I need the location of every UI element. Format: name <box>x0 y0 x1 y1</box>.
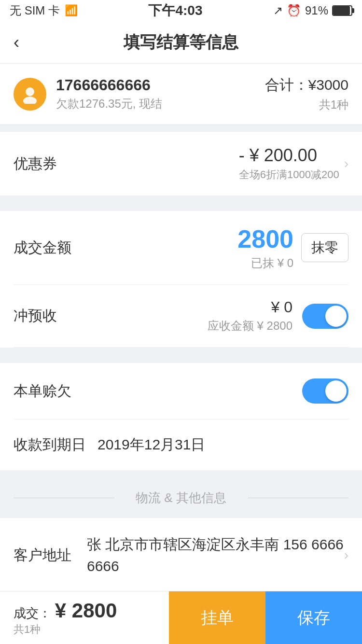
logistics-separator: 物流 & 其他信息 <box>0 478 362 518</box>
wifi-icon: 📶 <box>65 4 78 17</box>
customer-count: 共1种 <box>265 97 348 112</box>
duedate-row: 收款到期日 2019年12月31日 <box>14 419 348 470</box>
customer-info: 17666666666 欠款1276.35元, 现结 <box>56 76 162 112</box>
bottom-bar: 成交： ¥ 2800 共1种 挂单 保存 <box>0 591 362 644</box>
customer-desc: 欠款1276.35元, 现结 <box>56 96 162 112</box>
address-value: 张 北京市市辖区海淀区永丰南 156 6666 6666 <box>87 533 344 577</box>
avatar <box>14 78 46 111</box>
logistics-text: 物流 & 其他信息 <box>136 490 226 506</box>
prepay-right: ¥ 0 应收金额 ¥ 2800 <box>208 298 348 334</box>
address-row[interactable]: 客户地址 张 北京市市辖区海淀区永丰南 156 6666 6666 › <box>14 518 348 592</box>
svg-point-1 <box>23 97 37 104</box>
section-separator <box>0 203 362 211</box>
prepay-label: 冲预收 <box>14 306 57 326</box>
customer-left: 17666666666 欠款1276.35元, 现结 <box>14 76 162 112</box>
address-label: 客户地址 <box>14 546 71 565</box>
page-title: 填写结算等信息 <box>124 31 238 54</box>
prepay-toggle[interactable] <box>302 304 348 329</box>
status-time: 下午4:03 <box>148 1 202 20</box>
amount-value: 2800 <box>237 224 293 253</box>
amount-label: 成交金额 <box>14 238 71 258</box>
customer-right: 合计：¥3000 共1种 <box>265 75 348 112</box>
debt-row: 本单赊欠 <box>14 363 348 419</box>
debt-section: 本单赊欠 <box>0 363 362 419</box>
debt-label: 本单赊欠 <box>14 381 71 401</box>
customer-phone: 17666666666 <box>56 76 162 94</box>
debt-toggle-knob <box>325 380 347 402</box>
bottom-label: 成交： <box>14 606 51 620</box>
content: 17666666666 欠款1276.35元, 现结 合计：¥3000 共1种 … <box>0 64 362 644</box>
amount-row: 成交金额 2800 已抹 ¥ 0 抹零 <box>14 211 348 285</box>
svg-point-0 <box>26 87 34 96</box>
logistics-line-left <box>14 498 114 498</box>
save-button[interactable]: 保存 <box>265 591 362 644</box>
bottom-count: 共1种 <box>14 622 169 637</box>
prepay-sub: 应收金额 ¥ 2800 <box>208 318 292 334</box>
location-icon: ↗ <box>273 4 283 17</box>
hold-button[interactable]: 挂单 <box>169 591 265 644</box>
amount-sub: 已抹 ¥ 0 <box>237 255 293 271</box>
amount-right: 2800 已抹 ¥ 0 抹零 <box>237 224 348 271</box>
battery-icon <box>332 5 352 16</box>
address-section: 客户地址 张 北京市市辖区海淀区永丰南 156 6666 6666 › <box>0 518 362 592</box>
chevron-right-icon: › <box>344 156 348 171</box>
coupon-amount: - ¥ 200.00 <box>239 145 339 166</box>
duedate-label: 收款到期日 <box>14 435 86 455</box>
coupon-label: 优惠券 <box>14 154 57 174</box>
round-button[interactable]: 抹零 <box>301 233 348 262</box>
logistics-line-right <box>248 498 348 498</box>
back-button[interactable]: ‹ <box>14 32 19 53</box>
nav-bar: ‹ 填写结算等信息 <box>0 21 362 64</box>
status-right: ↗ ⏰ 91% <box>273 4 352 17</box>
bottom-summary: 成交： ¥ 2800 共1种 <box>0 599 169 637</box>
section-separator-2 <box>0 348 362 355</box>
status-bar: 无 SIM 卡 📶 下午4:03 ↗ ⏰ 91% <box>0 0 362 21</box>
bottom-amount: ¥ 2800 <box>55 599 117 622</box>
coupon-desc: 全场6折满1000减200 <box>239 168 339 182</box>
status-left: 无 SIM 卡 📶 <box>10 3 78 18</box>
amount-section: 成交金额 2800 已抹 ¥ 0 抹零 冲预收 ¥ 0 应收金额 ¥ 2800 <box>0 211 362 348</box>
duedate-section: 收款到期日 2019年12月31日 <box>0 419 362 470</box>
prepay-row: 冲预收 ¥ 0 应收金额 ¥ 2800 <box>14 285 348 348</box>
prepay-values: ¥ 0 应收金额 ¥ 2800 <box>208 298 292 334</box>
coupon-right: - ¥ 200.00 全场6折满1000减200 › <box>239 145 348 182</box>
battery-percent: 91% <box>305 4 328 17</box>
carrier-label: 无 SIM 卡 <box>10 3 60 18</box>
alarm-icon: ⏰ <box>287 4 301 17</box>
toggle-knob <box>325 306 347 327</box>
customer-card: 17666666666 欠款1276.35元, 现结 合计：¥3000 共1种 <box>0 64 362 124</box>
customer-total: 合计：¥3000 <box>265 75 348 95</box>
duedate-value: 2019年12月31日 <box>97 435 205 455</box>
address-chevron-icon: › <box>344 547 348 563</box>
prepay-amount: ¥ 0 <box>208 298 292 316</box>
bottom-label-row: 成交： ¥ 2800 <box>14 599 169 622</box>
debt-toggle[interactable] <box>302 378 348 404</box>
coupon-row[interactable]: 优惠券 - ¥ 200.00 全场6折满1000减200 › <box>0 132 362 196</box>
